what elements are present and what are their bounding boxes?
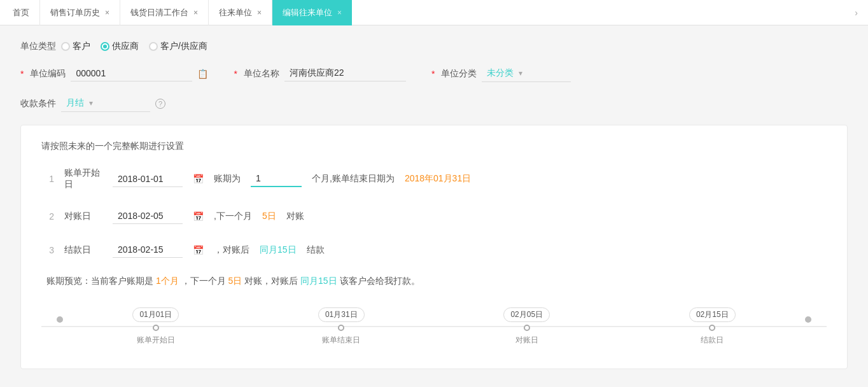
setting-row-2: 2 对账日 📅 ,下一个月 5日 对账 (41, 208, 827, 224)
row2-highlight: 5日 (262, 211, 276, 222)
row2-label: 对账日 (64, 211, 102, 222)
timeline-end-dot (805, 316, 811, 323)
timeline-point-4: 02月15日 结款日 (689, 307, 736, 346)
preview-p1: 1个月 (156, 276, 179, 286)
radio-both-circle (149, 42, 158, 51)
code-name-category-row: * 单位编码 📋 * 单位名称 * 单位分类 未分类 ▾ (20, 65, 848, 82)
timeline-badge-4: 02月15日 (689, 307, 736, 322)
tabs-scroll-arrow[interactable]: › (850, 8, 863, 18)
preview-prefix: 账期预览：当前客户账期是 (46, 276, 153, 286)
category-required: * (431, 69, 435, 79)
tab-edit-partner-close[interactable]: × (337, 8, 342, 17)
timeline-label-4: 结款日 (701, 335, 724, 346)
unit-code-input[interactable] (71, 66, 192, 81)
payment-value: 月结 (66, 97, 84, 109)
unit-category-field: * 单位分类 未分类 ▾ (431, 65, 571, 82)
unit-type-label: 单位类型 (20, 41, 56, 52)
row1-period-input[interactable] (251, 171, 302, 187)
radio-supplier[interactable]: 供应商 (101, 41, 139, 52)
tab-partner[interactable]: 往来单位 × (209, 0, 272, 25)
tab-sales-history[interactable]: 销售订单历史 × (40, 0, 120, 25)
radio-customer[interactable]: 客户 (61, 41, 90, 52)
timeline-badge-3: 02月05日 (503, 307, 550, 322)
timeline-point-3: 02月05日 对账日 (503, 307, 550, 346)
unit-category-label: 单位分类 (441, 68, 477, 80)
tab-cash-work[interactable]: 钱货日清工作台 × (120, 0, 209, 25)
timeline-badge-2: 01月31日 (318, 307, 365, 322)
tab-cash-work-close[interactable]: × (193, 8, 198, 17)
preview-suffix: 该客户会给我打款。 (340, 276, 420, 286)
row3-highlight: 同月15日 (260, 244, 297, 256)
unit-name-input[interactable] (284, 66, 406, 81)
row1-date-input[interactable] (113, 171, 183, 187)
timeline-label-3: 对账日 (515, 335, 538, 346)
radio-both[interactable]: 客户/供应商 (149, 41, 207, 52)
preview-text: 账期预览：当前客户账期是 1个月 ，下一个月 5日 对账，对账后 同月15日 该… (41, 276, 827, 287)
row1-cal-icon[interactable]: 📅 (193, 174, 204, 184)
row1-label: 账单开始日 (64, 167, 102, 190)
setting-row-1: 1 账单开始日 📅 账期为 个月,账单结束日期为 2018年01月31日 (41, 167, 827, 190)
row3-label: 结款日 (64, 244, 102, 256)
row3-cal-icon[interactable]: 📅 (193, 245, 204, 255)
timeline-dot-1 (153, 325, 159, 331)
category-chevron-icon: ▾ (519, 69, 522, 78)
payment-field: 收款条件 月结 ▾ ? (20, 95, 165, 112)
row1-num: 1 (41, 174, 54, 184)
tab-edit-partner[interactable]: 编辑往来单位 × (272, 0, 352, 25)
page-content: 单位类型 客户 供应商 客户/供应商 * 单位编码 (0, 25, 868, 387)
tab-home[interactable]: 首页 (5, 0, 40, 25)
timeline-label-2: 账单结束日 (322, 335, 360, 346)
tab-partner-close[interactable]: × (257, 8, 262, 17)
code-required: * (20, 69, 24, 79)
row1-end-date: 2018年01月31日 (405, 173, 471, 185)
setting-row-3: 3 结款日 📅 ，对账后 同月15日 结款 (41, 242, 827, 258)
row3-num: 3 (41, 245, 54, 255)
timeline-dot-2 (338, 325, 344, 331)
payment-row: 收款条件 月结 ▾ ? (20, 95, 848, 112)
unit-type-field: 单位类型 客户 供应商 客户/供应商 (20, 41, 207, 52)
timeline-label-1: 账单开始日 (137, 335, 175, 346)
category-value: 未分类 (487, 67, 514, 79)
unit-code-field: * 单位编码 📋 (20, 66, 208, 81)
preview-p3: 同月15日 (300, 276, 337, 286)
unit-name-field: * 单位名称 (234, 66, 405, 81)
radio-supplier-circle (101, 42, 109, 51)
row2-num: 2 (41, 211, 54, 222)
preview-sep1: ，下一个月 (181, 276, 226, 286)
row1-period-suffix: 个月,账单结束日期为 (312, 173, 395, 185)
row2-desc-suffix: 对账 (286, 211, 304, 222)
timeline-wrapper: 01月01日 账单开始日 01月31日 账单结束日 02月05日 对账日 (41, 300, 827, 353)
payment-help-icon[interactable]: ? (155, 99, 165, 109)
timeline-dot-3 (524, 325, 530, 331)
timeline-start-dot-wrapper (57, 316, 63, 323)
settings-info-box: 请按照未来的一个完整帐期进行设置 1 账单开始日 📅 账期为 个月,账单结束日期… (20, 125, 848, 369)
unit-type-row: 单位类型 客户 供应商 客户/供应商 (20, 41, 848, 52)
row2-date-input[interactable] (113, 208, 183, 224)
timeline-point-2: 01月31日 账单结束日 (318, 307, 365, 346)
row1-period-prefix: 账期为 (214, 173, 241, 185)
tab-sales-history-close[interactable]: × (105, 8, 109, 17)
timeline-row: 01月01日 账单开始日 01月31日 账单结束日 02月05日 对账日 (57, 307, 811, 346)
unit-code-label: 单位编码 (30, 68, 66, 80)
row3-desc-suffix: 结款 (307, 244, 325, 256)
timeline-end-dot-wrapper (805, 316, 811, 323)
row3-date-input[interactable] (113, 242, 183, 258)
timeline-badge-1: 01月01日 (132, 307, 179, 322)
unit-type-radio-group: 客户 供应商 客户/供应商 (61, 41, 207, 52)
row2-cal-icon[interactable]: 📅 (193, 211, 204, 222)
name-required: * (234, 69, 237, 79)
timeline-start-dot (57, 316, 63, 323)
timeline-dot-4 (709, 325, 715, 331)
info-box-title: 请按照未来的一个完整帐期进行设置 (41, 141, 827, 152)
radio-customer-circle (61, 42, 70, 51)
payment-select[interactable]: 月结 ▾ (61, 95, 150, 112)
payment-chevron-icon: ▾ (89, 99, 93, 108)
unit-category-select[interactable]: 未分类 ▾ (482, 65, 571, 82)
unit-name-label: 单位名称 (244, 68, 279, 80)
payment-label: 收款条件 (20, 98, 56, 109)
row2-desc-prefix: ,下一个月 (214, 211, 252, 222)
row3-desc-prefix: ，对账后 (214, 244, 249, 256)
code-copy-icon[interactable]: 📋 (197, 69, 208, 79)
preview-sep2: 对账，对账后 (244, 276, 298, 286)
tabs-bar: 首页 销售订单历史 × 钱货日清工作台 × 往来单位 × 编辑往来单位 × › (0, 0, 868, 25)
